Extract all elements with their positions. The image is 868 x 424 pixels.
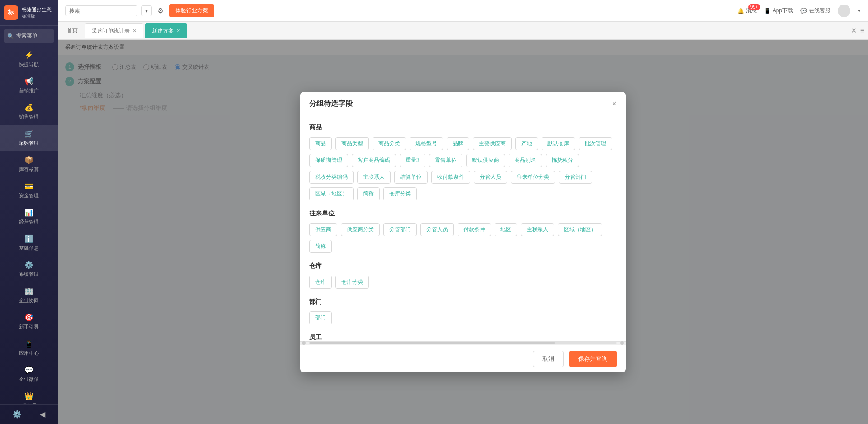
tag-goods-11[interactable]: 重量3 <box>400 154 425 167</box>
tab-new-plan[interactable]: 新建方案 ✕ <box>145 23 187 38</box>
sidebar-item-member[interactable]: 👑 畅会员 <box>0 387 58 404</box>
tag-goods-4[interactable]: 品牌 <box>447 137 469 150</box>
modal-close-button[interactable]: × <box>612 100 617 108</box>
tag-goods-9[interactable]: 保质期管理 <box>309 154 348 167</box>
tag-goods-12[interactable]: 零售单位 <box>429 154 462 167</box>
sidebar-nav: ⚡ 快捷导航 📢 营销推广 💰 销售管理 🛒 采购管理 📦 库存核算 💳 资金管… <box>0 46 58 404</box>
tabbar: 首页 采购订单统计表 ✕ 新建方案 ✕ ✕ ≡ <box>58 22 868 40</box>
tab-new-plan-close[interactable]: ✕ <box>176 28 180 34</box>
tag-goods-25[interactable]: 仓库分类 <box>383 187 417 200</box>
tag-dept-0[interactable]: 部门 <box>309 311 332 324</box>
sidebar-search[interactable]: 🔍 搜索菜单 <box>0 26 58 46</box>
tag-goods-2[interactable]: 商品分类 <box>373 137 406 150</box>
tag-goods-19[interactable]: 收付款条件 <box>431 171 470 184</box>
tag-goods-24[interactable]: 简称 <box>357 187 380 200</box>
tag-goods-20[interactable]: 分管人员 <box>474 171 507 184</box>
tag-cp-4[interactable]: 付款条件 <box>458 223 491 236</box>
sidebar-item-system[interactable]: ⚙️ 系统管理 <box>0 256 58 282</box>
settings-icon-btn[interactable]: ⚙ <box>157 6 164 15</box>
tag-goods-10[interactable]: 客户商品编码 <box>352 154 396 167</box>
modal-body[interactable]: 商品 商品 商品类型 商品分类 规格型号 品牌 主要供应商 产地 默认仓库 批次… <box>300 116 626 342</box>
modal-footer: 取消 保存并查询 <box>300 345 626 372</box>
wechat-icon: 💬 <box>24 366 33 374</box>
tag-wh-1[interactable]: 仓库分类 <box>335 276 369 289</box>
scroll-left-btn[interactable] <box>302 341 306 345</box>
user-dropdown-btn[interactable]: ▾ <box>858 7 861 14</box>
user-avatar[interactable] <box>838 5 850 17</box>
purchase-icon: 🛒 <box>24 129 33 138</box>
tag-cp-8[interactable]: 简称 <box>309 240 332 253</box>
section-warehouse-tags: 仓库 仓库分类 <box>309 276 617 289</box>
tag-goods-3[interactable]: 规格型号 <box>410 137 443 150</box>
section-employee: 员工 业务员 <box>309 333 617 342</box>
sidebar-item-wechat[interactable]: 💬 企业微信 <box>0 361 58 387</box>
operations-icon: 📊 <box>24 208 33 217</box>
app-download-item[interactable]: 📱 App下载 <box>764 7 793 14</box>
tag-goods-14[interactable]: 商品别名 <box>509 154 542 167</box>
tag-cp-0[interactable]: 供应商 <box>309 223 337 236</box>
tag-goods-0[interactable]: 商品 <box>309 137 332 150</box>
sidebar-logo: 标 畅捷通好生意 标准版 <box>0 0 58 26</box>
tag-goods-1[interactable]: 商品类型 <box>335 137 369 150</box>
sidebar-item-guide[interactable]: 🎯 新手引导 <box>0 309 58 335</box>
section-department-title: 部门 <box>309 298 617 306</box>
sidebar-item-purchase[interactable]: 🛒 采购管理 <box>0 125 58 151</box>
collapse-button[interactable]: ◀ <box>38 408 47 420</box>
settings-bottom-button[interactable]: ⚙️ <box>11 408 24 420</box>
tab-purchase-stats[interactable]: 采购订单统计表 ✕ <box>85 23 143 38</box>
save-query-button[interactable]: 保存并查询 <box>569 351 617 367</box>
notification-item[interactable]: 🔔 消息 99+ <box>737 7 757 14</box>
tag-goods-13[interactable]: 默认供应商 <box>466 154 505 167</box>
sidebar-item-basic-info[interactable]: ℹ️ 基础信息 <box>0 230 58 256</box>
modal-title: 分组待选字段 <box>309 99 353 109</box>
tag-cp-6[interactable]: 主联系人 <box>521 223 554 236</box>
logo-text: 畅捷通好生意 标准版 <box>22 6 52 19</box>
tag-cp-3[interactable]: 分管人员 <box>420 223 454 236</box>
section-department-tags: 部门 <box>309 311 617 324</box>
tag-goods-7[interactable]: 默认仓库 <box>542 137 575 150</box>
sidebar-item-sales[interactable]: 💰 销售管理 <box>0 99 58 125</box>
sidebar-item-inventory[interactable]: 📦 库存核算 <box>0 151 58 177</box>
topbar-dropdown-btn[interactable]: ▾ <box>141 5 152 16</box>
marketing-icon: 📢 <box>24 77 33 86</box>
sidebar-item-finance[interactable]: 💳 资金管理 <box>0 177 58 204</box>
tag-goods-22[interactable]: 分管部门 <box>559 171 592 184</box>
cancel-button[interactable]: 取消 <box>533 351 564 367</box>
sidebar-item-enterprise[interactable]: 🏢 企业协同 <box>0 282 58 309</box>
tag-wh-0[interactable]: 仓库 <box>309 276 332 289</box>
sidebar-item-marketing[interactable]: 📢 营销推广 <box>0 72 58 99</box>
tag-goods-8[interactable]: 批次管理 <box>579 137 612 150</box>
tag-cp-1[interactable]: 供应商分类 <box>341 223 380 236</box>
sidebar: 标 畅捷通好生意 标准版 🔍 搜索菜单 ⚡ 快捷导航 📢 营销推广 💰 销售管理… <box>0 0 58 424</box>
tag-goods-23[interactable]: 区域（地区） <box>309 187 354 200</box>
tab-close-all-btn[interactable]: ✕ <box>851 26 857 35</box>
tag-goods-15[interactable]: 拣货积分 <box>546 154 579 167</box>
tag-cp-2[interactable]: 分管部门 <box>383 223 417 236</box>
sidebar-item-quick-nav[interactable]: ⚡ 快捷导航 <box>0 46 58 72</box>
section-warehouse-title: 仓库 <box>309 262 617 270</box>
topbar-search-input[interactable] <box>65 5 137 16</box>
tag-cp-5[interactable]: 地区 <box>495 223 517 236</box>
tag-cp-7[interactable]: 区域（地区） <box>558 223 602 236</box>
tag-goods-18[interactable]: 结算单位 <box>394 171 428 184</box>
tag-goods-5[interactable]: 主要供应商 <box>473 137 512 150</box>
search-menu-button[interactable]: 🔍 搜索菜单 <box>4 29 54 43</box>
scroll-right-btn[interactable] <box>620 341 624 345</box>
sidebar-item-app-center[interactable]: 📱 应用中心 <box>0 335 58 361</box>
field-select-modal: 分组待选字段 × 商品 商品 商品类型 商品分类 规格型号 品牌 主要供应商 <box>300 92 626 372</box>
basic-info-icon: ℹ️ <box>24 234 33 243</box>
online-service-item[interactable]: 💬 在线客服 <box>800 7 830 14</box>
tab-purchase-stats-close[interactable]: ✕ <box>132 28 137 34</box>
tab-menu-btn[interactable]: ≡ <box>860 27 864 35</box>
tag-goods-21[interactable]: 往来单位分类 <box>511 171 555 184</box>
member-icon: 👑 <box>24 392 33 400</box>
tag-goods-17[interactable]: 主联系人 <box>357 171 391 184</box>
modal-hscrollbar[interactable] <box>300 341 626 344</box>
tag-goods-6[interactable]: 产地 <box>515 137 538 150</box>
tab-home[interactable]: 首页 <box>61 23 83 38</box>
sidebar-item-operations[interactable]: 📊 经营管理 <box>0 204 58 230</box>
tag-goods-16[interactable]: 税收分类编码 <box>309 171 354 184</box>
experience-plan-button[interactable]: 体验行业方案 <box>169 4 214 17</box>
sales-icon: 💰 <box>24 103 33 112</box>
section-goods-title: 商品 <box>309 124 617 132</box>
